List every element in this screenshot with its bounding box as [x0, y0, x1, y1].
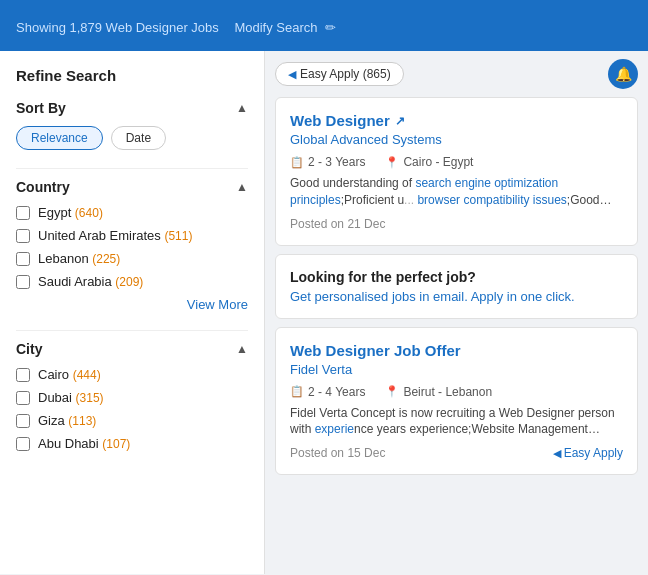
sort-by-section: Sort By ▲ Relevance Date: [16, 100, 248, 150]
promo-card: Looking for the perfect job? Get persona…: [275, 254, 638, 319]
job-title-text-1: Web Designer: [290, 112, 390, 129]
location-2: 📍 Beirut - Lebanon: [385, 385, 492, 399]
city-checkbox-cairo[interactable]: [16, 368, 30, 382]
city-item-dubai[interactable]: Dubai (315): [16, 390, 248, 405]
city-checkbox-dubai[interactable]: [16, 391, 30, 405]
city-label: City: [16, 341, 42, 357]
country-name-egypt: Egypt (640): [38, 205, 103, 220]
city-item-giza[interactable]: Giza (113): [16, 413, 248, 428]
sort-relevance-button[interactable]: Relevance: [16, 126, 103, 150]
location-text-2: Beirut - Lebanon: [403, 385, 492, 399]
filter-tag-label: Easy Apply (865): [300, 67, 391, 81]
experience-text-1: 2 - 3 Years: [308, 155, 365, 169]
job-meta-2: 📋 2 - 4 Years 📍 Beirut - Lebanon: [290, 385, 623, 399]
sort-by-label: Sort By: [16, 100, 66, 116]
filter-bar: ◀ Easy Apply (865) 🔔: [275, 59, 638, 89]
divider-2: [16, 330, 248, 331]
sort-by-header: Sort By ▲: [16, 100, 248, 116]
easy-apply-badge-2[interactable]: ◀ Easy Apply: [553, 446, 623, 460]
experience-text-2: 2 - 4 Years: [308, 385, 365, 399]
divider-1: [16, 168, 248, 169]
job-description-1: Good understanding of search engine opti…: [290, 175, 623, 209]
city-item-abudhabi[interactable]: Abu Dhabi (107): [16, 436, 248, 451]
easy-apply-filter-tag[interactable]: ◀ Easy Apply (865): [275, 62, 404, 86]
job-listings: ◀ Easy Apply (865) 🔔 Web Designer ↗ Glob…: [265, 51, 648, 574]
external-link-icon-1: ↗: [395, 114, 405, 128]
location-icon-2: 📍: [385, 385, 399, 398]
country-name-uae: United Arab Emirates (511): [38, 228, 192, 243]
country-view-more-link[interactable]: View More: [16, 297, 248, 312]
city-name-giza: Giza (113): [38, 413, 96, 428]
job-title-text-2: Web Designer Job Offer: [290, 342, 461, 359]
city-checkbox-abudhabi[interactable]: [16, 437, 30, 451]
easy-apply-icon-2: ◀: [553, 447, 561, 460]
city-chevron-icon: ▲: [236, 342, 248, 356]
bell-icon: 🔔: [615, 66, 632, 82]
sort-by-chevron-icon: ▲: [236, 101, 248, 115]
country-checkbox-saudi[interactable]: [16, 275, 30, 289]
country-item-uae[interactable]: United Arab Emirates (511): [16, 228, 248, 243]
country-item-egypt[interactable]: Egypt (640): [16, 205, 248, 220]
pencil-icon: ✏: [325, 20, 336, 35]
job-meta-1: 📋 2 - 3 Years 📍 Cairo - Egypt: [290, 155, 623, 169]
country-label: Country: [16, 179, 70, 195]
main-layout: Refine Search Sort By ▲ Relevance Date C…: [0, 51, 648, 574]
city-name-dubai: Dubai (315): [38, 390, 104, 405]
posted-date-1: Posted on 21 Dec: [290, 217, 385, 231]
job-footer-2: Posted on 15 Dec ◀ Easy Apply: [290, 446, 623, 460]
sort-buttons: Relevance Date: [16, 126, 248, 150]
country-checkbox-uae[interactable]: [16, 229, 30, 243]
country-section: Country ▲ Egypt (640) United Arab Emirat…: [16, 179, 248, 312]
experience-2: 📋 2 - 4 Years: [290, 385, 365, 399]
posted-date-2: Posted on 15 Dec: [290, 446, 385, 460]
city-name-abudhabi: Abu Dhabi (107): [38, 436, 130, 451]
company-name-2[interactable]: Fidel Verta: [290, 362, 623, 377]
country-chevron-icon: ▲: [236, 180, 248, 194]
location-icon-1: 📍: [385, 156, 399, 169]
modify-search-label: Modify Search: [234, 20, 317, 35]
notification-bell-button[interactable]: 🔔: [608, 59, 638, 89]
city-section: City ▲ Cairo (444) Dubai (315) Giza (113…: [16, 341, 248, 451]
promo-title: Looking for the perfect job?: [290, 269, 623, 285]
city-header: City ▲: [16, 341, 248, 357]
job-title-1[interactable]: Web Designer ↗: [290, 112, 623, 129]
country-item-lebanon[interactable]: Lebanon (225): [16, 251, 248, 266]
company-name-1[interactable]: Global Advanced Systems: [290, 132, 623, 147]
job-card-1: Web Designer ↗ Global Advanced Systems 📋…: [275, 97, 638, 246]
city-item-cairo[interactable]: Cairo (444): [16, 367, 248, 382]
easy-apply-label-2: Easy Apply: [564, 446, 623, 460]
sort-date-button[interactable]: Date: [111, 126, 166, 150]
job-description-2: Fidel Verta Concept is now recruiting a …: [290, 405, 623, 439]
promo-description[interactable]: Get personalised jobs in email. Apply in…: [290, 289, 623, 304]
calendar-icon-1: 📋: [290, 156, 304, 169]
location-1: 📍 Cairo - Egypt: [385, 155, 473, 169]
country-checkbox-egypt[interactable]: [16, 206, 30, 220]
country-item-saudi[interactable]: Saudi Arabia (209): [16, 274, 248, 289]
title-text: Showing 1,879 Web Designer Jobs: [16, 20, 219, 35]
location-text-1: Cairo - Egypt: [403, 155, 473, 169]
job-footer-1: Posted on 21 Dec: [290, 217, 623, 231]
sidebar-title: Refine Search: [16, 67, 248, 84]
country-header: Country ▲: [16, 179, 248, 195]
modify-search-link[interactable]: Modify Search ✏: [234, 20, 336, 35]
city-name-cairo: Cairo (444): [38, 367, 101, 382]
page-title: Showing 1,879 Web Designer Jobs Modify S…: [16, 14, 336, 37]
country-name-saudi: Saudi Arabia (209): [38, 274, 143, 289]
sidebar: Refine Search Sort By ▲ Relevance Date C…: [0, 51, 265, 574]
header: Showing 1,879 Web Designer Jobs Modify S…: [0, 0, 648, 51]
country-checkbox-lebanon[interactable]: [16, 252, 30, 266]
job-title-2[interactable]: Web Designer Job Offer: [290, 342, 623, 359]
city-checkbox-giza[interactable]: [16, 414, 30, 428]
experience-1: 📋 2 - 3 Years: [290, 155, 365, 169]
country-name-lebanon: Lebanon (225): [38, 251, 120, 266]
job-card-2: Web Designer Job Offer Fidel Verta 📋 2 -…: [275, 327, 638, 476]
calendar-icon-2: 📋: [290, 385, 304, 398]
filter-tag-icon: ◀: [288, 68, 296, 81]
